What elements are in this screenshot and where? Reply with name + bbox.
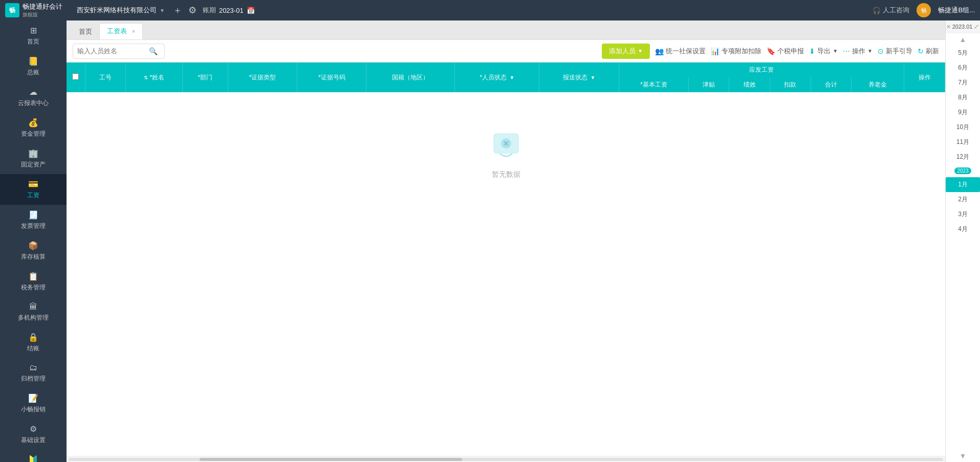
header-dept: *部门 (182, 62, 228, 92)
special-deduction-btn[interactable]: 📊 专项附加扣除 (711, 47, 761, 56)
header-report-status: 报送状态 ▼ (539, 62, 619, 92)
company-chevron-icon: ▼ (160, 8, 165, 13)
sidebar-item-multi-org[interactable]: 🏛 多机构管理 (0, 297, 67, 327)
add-dropdown-icon: ▼ (638, 48, 643, 54)
empty-state: 暂无数据 (67, 92, 945, 210)
social-security-btn[interactable]: 👥 统一社保设置 (655, 47, 706, 56)
salary-table: 工号 ⇅ *姓名 *部门 *证据类型 *证据号码 国籍（地区） *人员状态 (67, 62, 945, 92)
company-selector[interactable]: 西安虾米网络科技有限公司 ▼ (77, 6, 165, 15)
scrollbar-track (69, 458, 943, 461)
period-value: 2023-01 (219, 7, 244, 14)
table-header-row1: 工号 ⇅ *姓名 *部门 *证据类型 *证据号码 国籍（地区） *人员状态 (67, 62, 945, 77)
sidebar-item-settings[interactable]: ⚙ 基础设置 (0, 419, 67, 450)
page-content: 🔍 添加人员 ▼ 👥 统一社保设置 📊 专项附加扣除 🔖 个 (67, 40, 945, 462)
cloud-icon: ☁ (29, 87, 37, 97)
search-wrap[interactable]: 🔍 (73, 44, 165, 59)
header-name: ⇅ *姓名 (126, 62, 183, 92)
service-button[interactable]: 🎧 人工咨询 (873, 6, 909, 15)
top-header: 畅 畅捷通好会计 旗舰版 西安虾米网络科技有限公司 ▼ ＋ ⚙ 账期 2023-… (0, 0, 980, 20)
tax-icon: 📋 (28, 271, 38, 281)
date-panel-close-btn[interactable]: × (947, 23, 951, 31)
sidebar-item-close[interactable]: 🔒 结账 (0, 327, 67, 358)
date-panel-expand-btn[interactable]: ⤢ (974, 23, 979, 30)
header-pension: 养老金 (852, 77, 904, 92)
date-month-12[interactable]: 12月 (946, 150, 980, 164)
personal-tax-btn[interactable]: 🔖 个税申报 (767, 47, 804, 56)
tab-home[interactable]: 首页 (72, 24, 99, 39)
sidebar-item-expense[interactable]: 📝 小畅报销 (0, 388, 67, 419)
funds-icon: 💰 (28, 118, 38, 128)
date-month-4[interactable]: 4月 (946, 222, 980, 237)
archive-icon: 🗂 (29, 363, 37, 372)
sidebar-item-inventory[interactable]: 📦 库存核算 (0, 236, 67, 266)
header-country: 国籍（地区） (366, 62, 455, 92)
ledger-icon: 📒 (28, 56, 38, 66)
sidebar-item-guide[interactable]: 🔰 新手引导 (0, 450, 67, 462)
personal-tax-icon: 🔖 (767, 47, 775, 55)
header-allowance: 津贴 (688, 77, 729, 92)
date-month-11[interactable]: 11月 (946, 135, 980, 150)
operations-icon: ⋯ (843, 47, 850, 55)
status-filter-icon[interactable]: ▼ (509, 75, 514, 80)
date-month-6[interactable]: 6月 (946, 60, 980, 75)
header-id-type: *证据类型 (228, 62, 297, 92)
add-person-button[interactable]: 添加人员 ▼ (602, 44, 650, 59)
guide-btn[interactable]: ⊙ 新手引导 (878, 47, 912, 56)
header-period: 账期 2023-01 📅 (203, 6, 255, 15)
refresh-btn[interactable]: ↻ 刷新 (918, 47, 939, 56)
date-panel: × 2023.01 ⤢ ▲ 5月 6月 7月 8月 9月 10月 11月 12月… (945, 20, 980, 462)
calendar-icon[interactable]: 📅 (247, 7, 255, 14)
date-month-8[interactable]: 8月 (946, 90, 980, 105)
sidebar-item-fixed-assets[interactable]: 🏢 固定资产 (0, 143, 67, 174)
sidebar-item-salary[interactable]: 💳 工资 (0, 174, 67, 205)
period-label: 账期 (203, 6, 216, 15)
empty-text: 暂无数据 (492, 170, 520, 179)
date-month-7[interactable]: 7月 (946, 75, 980, 90)
report-filter-icon[interactable]: ▼ (591, 75, 596, 80)
settings-nav-icon: ⚙ (30, 424, 37, 434)
header-id: 工号 (85, 62, 126, 92)
header-status: *人员状态 ▼ (455, 62, 539, 92)
scrollbar-thumb[interactable] (200, 458, 462, 461)
select-all-checkbox[interactable] (72, 73, 79, 80)
special-deduction-icon: 📊 (711, 47, 720, 55)
sidebar-item-tax[interactable]: 📋 税务管理 (0, 266, 67, 297)
add-icon[interactable]: ＋ (173, 4, 182, 16)
content-area: 首页 工资表 × 🔍 添加人员 ▼ 👥 (67, 20, 945, 462)
app-title: 畅捷通好会计 (23, 2, 62, 11)
social-security-icon: 👥 (655, 47, 664, 55)
toolbar: 🔍 添加人员 ▼ 👥 统一社保设置 📊 专项附加扣除 🔖 个 (67, 40, 945, 62)
search-input[interactable] (77, 47, 149, 55)
tab-salary-table[interactable]: 工资表 × (99, 23, 143, 39)
sidebar-item-invoice[interactable]: 🧾 发票管理 (0, 205, 67, 236)
header-checkbox[interactable] (67, 62, 85, 92)
date-scroll-down-btn[interactable]: ▼ (946, 450, 980, 462)
date-month-9[interactable]: 9月 (946, 105, 980, 120)
header-deduction: 扣款 (770, 77, 811, 92)
sidebar-item-funds[interactable]: 💰 资金管理 (0, 113, 67, 143)
settings-icon[interactable]: ⚙ (188, 5, 197, 16)
date-month-2[interactable]: 2月 (946, 192, 980, 207)
date-month-1[interactable]: 1月 (946, 177, 980, 192)
user-avatar[interactable]: 畅 (917, 3, 931, 17)
header-action: 操作 (904, 62, 945, 92)
date-month-10[interactable]: 10月 (946, 120, 980, 135)
sidebar-item-home[interactable]: ⊞ 首页 (0, 20, 67, 51)
sort-icon[interactable]: ⇅ (144, 75, 148, 80)
date-month-5[interactable]: 5月 (946, 46, 980, 60)
sidebar-item-archive[interactable]: 🗂 归档管理 (0, 358, 67, 388)
export-btn[interactable]: ⬇ 导出 ▼ (809, 47, 838, 56)
h-scrollbar[interactable] (67, 456, 945, 462)
date-scroll-up-btn[interactable]: ▲ (946, 33, 980, 46)
date-month-3[interactable]: 3月 (946, 207, 980, 222)
guide-icon: 🔰 (28, 455, 38, 462)
sidebar-item-ledger[interactable]: 📒 总账 (0, 51, 67, 82)
sidebar-item-cloud-report[interactable]: ☁ 云报表中心 (0, 82, 67, 113)
empty-illustration (486, 123, 527, 164)
date-panel-header: × 2023.01 ⤢ (946, 20, 980, 33)
tab-close-icon[interactable]: × (132, 28, 135, 34)
headset-icon: 🎧 (873, 7, 881, 14)
operations-btn[interactable]: ⋯ 操作 ▼ (843, 47, 873, 56)
export-dropdown-icon: ▼ (833, 48, 838, 54)
multi-org-icon: 🏛 (29, 302, 37, 311)
